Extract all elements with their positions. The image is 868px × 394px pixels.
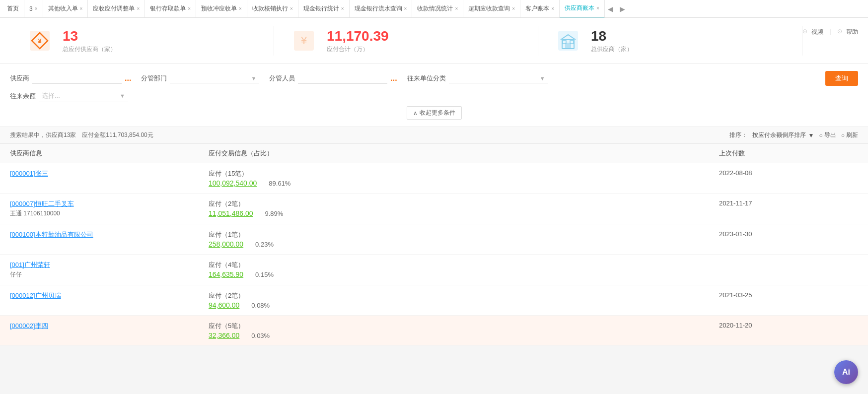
close-icon[interactable]: × xyxy=(188,6,191,11)
summary-section: ¥ 13 总应付供应商（家） ¥ 11,170.39 应付合计（万） xyxy=(0,18,868,64)
nav-tab-customer-ledger[interactable]: 客户账本 × xyxy=(520,0,560,18)
export-button[interactable]: ○ 导出 xyxy=(819,131,836,139)
help-link[interactable]: 帮助 xyxy=(846,28,858,36)
filter-row-1: 供应商 ... 分管部门 ▼ 分管人员 ... 往来单位分类 ▼ 查询 xyxy=(10,71,858,86)
payable-info-cell: 应付（1笔） 258,000.00 0.23% xyxy=(209,230,719,248)
nav-tab-home[interactable]: 首页 xyxy=(2,0,24,18)
nav-prev-arrow[interactable]: ◀ xyxy=(605,0,617,18)
close-icon[interactable]: × xyxy=(512,6,515,11)
nav-tab-cash-bank-stat[interactable]: 现金银行统计 × xyxy=(298,0,350,18)
payable-amount[interactable]: 94,600.00 xyxy=(209,301,239,309)
table-row: [000100]本特勤油品有限公司 应付（1笔） 258,000.00 0.23… xyxy=(0,224,868,255)
nav-next-arrow[interactable]: ▶ xyxy=(617,0,629,18)
filter-dept: 分管部门 ▼ xyxy=(141,74,259,83)
nav-tab-receipt-stat[interactable]: 收款情况统计 × xyxy=(412,0,463,18)
supplier-link[interactable]: [000100]本特勤油品有限公司 xyxy=(10,231,93,238)
top-navigation: 首页 3 × 其他收入单 × 应收应付调整单 × 银行存取款单 × 预收冲应收单… xyxy=(0,0,868,18)
payable-percent: 89.61% xyxy=(269,180,290,187)
sort-area: 排序： 按应付余额倒序排序 ▼ ○ 导出 ○ 刷新 xyxy=(729,131,858,139)
nav-tab-other-income[interactable]: 其他收入单 × xyxy=(43,0,88,18)
nav-tab-pre-receive[interactable]: 预收冲应收单 × xyxy=(196,0,247,18)
summary-card-total-suppliers: 18 总供应商（家） xyxy=(538,26,802,56)
supplier-info-cell: [000012]广州贝瑞 xyxy=(10,291,209,300)
filter-section: 供应商 ... 分管部门 ▼ 分管人员 ... 往来单位分类 ▼ 查询 xyxy=(0,64,868,127)
last-pay-cell: 2020-11-20 xyxy=(719,322,858,329)
supplier-link[interactable]: [000002]李四 xyxy=(10,322,48,329)
payable-suppliers-count: 13 xyxy=(63,28,116,45)
payable-info-cell: 应付（5笔） 32,366.00 0.03% xyxy=(209,322,719,339)
payable-amount[interactable]: 164,635.90 xyxy=(209,270,243,278)
result-text1: 搜索结果中，供应商13家 xyxy=(10,131,76,139)
payable-details: 应付（5笔） 32,366.00 0.03% xyxy=(209,322,719,339)
payable-amount[interactable]: 100,092,540.00 xyxy=(209,179,257,187)
chevron-down-icon: ▼ xyxy=(251,75,256,81)
supplier-filter-input[interactable] xyxy=(32,73,122,84)
payable-details: 应付（2笔） 11,051,486.00 9.89% xyxy=(209,199,719,217)
close-icon[interactable]: × xyxy=(80,6,83,11)
payable-amount[interactable]: 258,000.00 xyxy=(209,240,243,248)
payable-percent: 0.23% xyxy=(255,241,274,248)
payable-label: 应付（2笔） xyxy=(209,199,719,208)
summary-total-text: 11,170.39 应付合计（万） xyxy=(327,28,389,54)
col-header-payable: 应付交易信息（占比） xyxy=(209,149,719,158)
supplier-icon: ¥ xyxy=(25,26,55,56)
close-icon[interactable]: × xyxy=(137,6,140,11)
dept-filter-select[interactable]: ▼ xyxy=(170,74,259,83)
refresh-button[interactable]: ○ 刷新 xyxy=(841,131,858,139)
supplier-info-cell: [000002]李四 xyxy=(10,322,209,330)
supplier-link[interactable]: [001]广州荣轩 xyxy=(10,261,50,268)
person-filter-input[interactable] xyxy=(298,73,387,84)
payable-total-label: 应付合计（万） xyxy=(327,45,389,54)
col-header-supplier: 供应商信息 xyxy=(10,149,209,158)
supplier-link[interactable]: [000012]广州贝瑞 xyxy=(10,292,61,299)
last-pay-cell: 2021-03-25 xyxy=(719,291,858,299)
sort-label: 按应付余额倒序排序 xyxy=(752,131,806,139)
close-icon[interactable]: × xyxy=(404,6,407,11)
nav-tab-overdue-query[interactable]: 超期应收款查询 × xyxy=(463,0,520,18)
close-icon[interactable]: × xyxy=(290,6,293,11)
close-icon[interactable]: × xyxy=(551,6,554,11)
filter-supplier: 供应商 ... xyxy=(10,73,131,84)
query-button[interactable]: 查询 xyxy=(825,71,858,86)
nav-tab-ar-ap-adjust[interactable]: 应收应付调整单 × xyxy=(88,0,145,18)
supplier-link[interactable]: [000001]张三 xyxy=(10,170,48,177)
collapse-button[interactable]: ∧ 收起更多条件 xyxy=(407,106,462,120)
supplier-link[interactable]: [000007]恒旺二手叉车 xyxy=(10,200,74,207)
last-pay-date: 2021-03-25 xyxy=(719,291,752,299)
payable-row: 94,600.00 0.08% xyxy=(209,301,719,309)
payable-row: 11,051,486.00 9.89% xyxy=(209,209,719,217)
nav-tab-supplier-ledger[interactable]: 供应商账本 × xyxy=(560,0,605,18)
person-ellipsis-btn[interactable]: ... xyxy=(390,74,397,83)
close-icon[interactable]: × xyxy=(596,5,599,11)
payable-label: 应付（15笔） xyxy=(209,169,719,178)
col-header-lastpay: 上次付数 xyxy=(719,149,858,158)
close-icon[interactable]: × xyxy=(35,6,38,11)
balance-filter-select[interactable]: 选择... ▼ xyxy=(39,90,128,102)
filter-balance: 往来余额 选择... ▼ xyxy=(10,90,128,102)
payable-row: 258,000.00 0.23% xyxy=(209,240,719,248)
nav-tab-3[interactable]: 3 × xyxy=(24,0,43,18)
table-row: [000002]李四 应付（5笔） 32,366.00 0.03% 2020-1… xyxy=(0,316,868,346)
total-suppliers-count: 18 xyxy=(591,28,633,45)
svg-text:¥: ¥ xyxy=(300,34,307,47)
supplier-ellipsis-btn[interactable]: ... xyxy=(125,74,131,83)
payable-label: 应付（1笔） xyxy=(209,230,719,239)
close-icon[interactable]: × xyxy=(455,6,458,11)
category-filter-select[interactable]: ▼ xyxy=(449,74,548,83)
payable-info-cell: 应付（15笔） 100,092,540.00 89.61% xyxy=(209,169,719,187)
nav-tab-bank-deposit[interactable]: 银行存取款单 × xyxy=(145,0,196,18)
payable-amount[interactable]: 11,051,486.00 xyxy=(209,209,253,217)
payable-info-cell: 应付（4笔） 164,635.90 0.15% xyxy=(209,261,719,278)
close-icon[interactable]: × xyxy=(239,6,242,11)
video-link[interactable]: 视频 xyxy=(811,28,823,36)
nav-tab-receipt-verify[interactable]: 收款核销执行 × xyxy=(247,0,298,18)
close-icon[interactable]: × xyxy=(341,6,344,11)
shop-icon xyxy=(553,26,583,56)
supplier-info-cell: [000100]本特勤油品有限公司 xyxy=(10,230,209,239)
filter-category: 往来单位分类 ▼ xyxy=(407,74,548,83)
last-pay-date: 2023-01-30 xyxy=(719,230,752,238)
sort-select[interactable]: 按应付余额倒序排序 ▼ xyxy=(752,131,814,139)
nav-tab-cash-flow-query[interactable]: 现金银行流水查询 × xyxy=(350,0,413,18)
payable-label: 应付（5笔） xyxy=(209,322,719,330)
payable-amount[interactable]: 32,366.00 xyxy=(209,331,239,339)
